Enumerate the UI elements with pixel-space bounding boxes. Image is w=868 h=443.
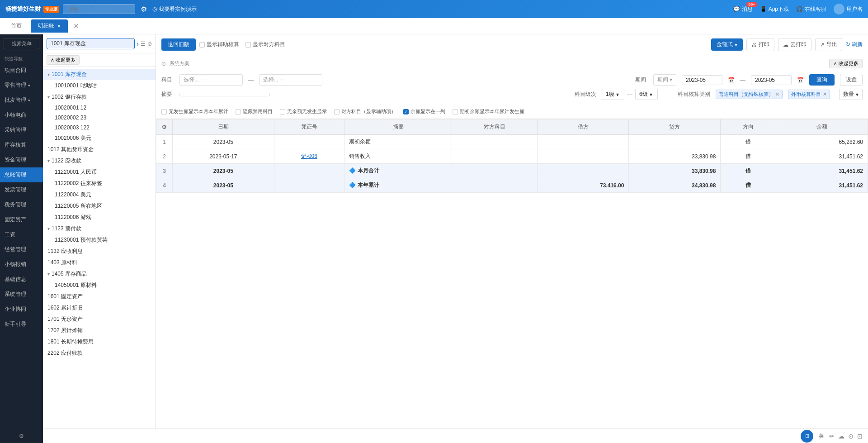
account-item-11220006[interactable]: 11220006 游戏 [43,212,156,223]
account-item-1123[interactable]: ▾ 1123 预付款 [43,223,156,234]
filter-icon[interactable]: ⊘ [147,41,152,47]
account-item-1012[interactable]: 1012 其他货币资金 [43,144,156,155]
summary-input[interactable] [179,93,270,96]
sidebar-item-guide[interactable]: 新手引导 [0,317,43,332]
quantity-select[interactable]: 数量 ▾ [839,89,863,100]
sidebar-item-wholesale[interactable]: 批发管理▾ [0,93,43,108]
account-item-10020006[interactable]: 10020006 美元 [43,133,156,144]
account-item-11220004[interactable]: 11220004 美元 [43,189,156,200]
settings-icon[interactable]: ⚙ [141,5,147,14]
search-input[interactable] [63,4,135,14]
list-icon[interactable]: ☰ [141,41,146,47]
eye-icon[interactable]: ⊙ [848,433,854,440]
collapse-btn[interactable]: ∧ 收起更多 [829,59,863,68]
search-menu-btn[interactable]: 搜索菜单 [4,38,39,49]
tab-home[interactable]: 首页 [4,19,29,33]
account-item-1002[interactable]: ▾ 1002 银行存款 [43,91,156,103]
account-item-10020001[interactable]: 10020001 12 [43,103,156,113]
refresh-btn[interactable]: ↻ 刷新 [846,41,863,48]
account-item-1132[interactable]: 1132 应收利息 [43,246,156,257]
period-start-input[interactable]: 2023-05 [682,75,722,85]
account-item-1701[interactable]: 1701 无形资产 [43,314,156,325]
tag-foreign-close[interactable]: ✕ [823,91,827,97]
account-item-10010001[interactable]: 10010001 咕咕咕 [43,80,156,91]
account-item-1601[interactable]: 1601 固定资产 [43,291,156,302]
account-item-1602[interactable]: 1602 累计折旧 [43,302,156,314]
sidebar-item-tax[interactable]: 税务管理 [0,197,43,212]
chat-btn[interactable]: ⊞ [801,430,813,443]
account-item-1405[interactable]: ▾ 1405 库存商品 [43,268,156,280]
gear-icon[interactable]: ⚙ [162,124,167,130]
settings-btn[interactable]: ⚙ [0,429,43,443]
tag-normal-close[interactable]: ✕ [775,91,779,97]
option-no-amount[interactable]: 无发生额显示本月本年累计 [161,108,228,115]
edit-icon[interactable]: ✏ [829,433,835,440]
option-no-balance[interactable]: 无余额无发生显示 [280,108,327,115]
collapse-more-btn[interactable]: ∧ 收起更多 [47,55,80,65]
sidebar-item-inventory[interactable]: 库存核算 [0,138,43,152]
account-item-11230001[interactable]: 11230001 预付款黄芸 [43,234,156,246]
account-item-10020002[interactable]: 10020002 23 [43,113,156,123]
sidebar-item-cooperation[interactable]: 企业协同 [0,302,43,317]
account-item-1801[interactable]: 1801 长期待摊费用 [43,336,156,348]
account-item-1122[interactable]: ▾ 1122 应收款 [43,155,156,167]
period-calendar-icon[interactable]: 📅 [728,77,735,83]
account-item-11220002[interactable]: 11220002 往来标签 [43,178,156,189]
sidebar-item-ecommerce[interactable]: 小畅电商 [0,108,43,123]
period-type-select[interactable]: 期间 ▾ [653,74,676,86]
sidebar-item-salary[interactable]: 工资 [0,227,43,242]
level-end-select[interactable]: 6级 ▾ [635,89,658,100]
online-service-btn[interactable]: 🎧 在线客服 [796,5,826,13]
sidebar-item-system[interactable]: 系统管理 [0,287,43,302]
tab-add-icon[interactable]: ✕ [70,20,83,32]
style-btn[interactable]: 金额式 ▾ [711,38,743,51]
period-end-input[interactable]: 2023-05 [751,75,792,85]
cloud-icon2[interactable]: ☁ [838,433,844,440]
option-balance-col[interactable]: ✓ 余额显示在一列 [403,108,445,115]
account-item-2202[interactable]: 2202 应付账款 [43,348,156,359]
account-item-1001[interactable]: ▾ 1001 库存现金 [43,69,156,80]
show-contra-checkbox[interactable]: 显示对方科目 [245,41,285,48]
sidebar-item-asset[interactable]: 固定资产 [0,212,43,227]
sidebar-item-purchase[interactable]: 采购管理 [0,123,43,138]
account-item-11220001[interactable]: 11220001 人民币 [43,167,156,178]
account-item-10020003[interactable]: 10020003 122 [43,123,156,133]
sidebar-item-project[interactable]: 项目合同 [0,63,43,78]
account-item-11220005[interactable]: 11220005 所在地区 [43,200,156,212]
account-item-1403[interactable]: 1403 原材料 [43,257,156,268]
print-btn[interactable]: 🖨 打印 [746,38,774,51]
query-btn[interactable]: 查询 [809,74,835,86]
grid-icon[interactable]: ⊡ [857,433,863,440]
sidebar-item-operation[interactable]: 经营管理 [0,242,43,257]
message-btn[interactable]: 💬 消息 99+ [733,5,753,13]
export-btn[interactable]: ↗ 导出 [815,38,842,51]
user-avatar[interactable]: 用户名 [834,4,863,14]
sidebar-item-ledger[interactable]: 总账管理 [0,167,43,182]
period-calendar-icon2[interactable]: 📅 [797,77,804,83]
level-start-select[interactable]: 1级 ▾ [602,89,624,100]
lang-label[interactable]: 英 [819,433,824,439]
account-item-1702[interactable]: 1702 累计摊销 [43,325,156,336]
option-opening-balance[interactable]: 期初余额显示本年累计发生额 [453,108,524,115]
app-download-btn[interactable]: 📱 App下载 [760,5,789,13]
subject-input-start[interactable]: 选择... ··· [179,74,243,86]
sidebar-item-basic[interactable]: 基础信息 [0,272,43,287]
sidebar-item-capital[interactable]: 资金管理 [0,152,43,167]
filter-settings-btn[interactable]: 设置 [840,74,863,86]
cloud-print-btn[interactable]: ☁ 云打印 [778,38,811,51]
account-item-14050001[interactable]: 14050001 原材料 [43,280,156,291]
scheme-icon[interactable]: ⊙ [161,61,166,67]
return-old-btn[interactable]: 退回旧版 [161,38,196,51]
account-tree-arrow-icon[interactable]: › [137,40,139,48]
sidebar-item-report[interactable]: 小畅报销 [0,257,43,272]
tab-close-icon[interactable]: ✕ [57,24,61,29]
tab-detail[interactable]: 明细账 ✕ [31,19,68,33]
show-aux-checkbox[interactable]: 显示辅助核算 [199,41,239,48]
sidebar-item-invoice[interactable]: 发票管理 [0,182,43,197]
subject-input-end[interactable]: 选择... ··· [259,74,322,86]
panel-toolbar: 退回旧版 显示辅助核算 显示对方科目 金额式 ▾ [156,34,868,55]
sidebar-item-retail[interactable]: 零售管理▾ [0,78,43,93]
option-contra[interactable]: 对方科目（显示辅助项） [334,108,396,115]
demo-link[interactable]: 我要看实例演示 [152,5,197,13]
option-hide-disabled[interactable]: 隐藏禁用科目 [236,108,273,115]
